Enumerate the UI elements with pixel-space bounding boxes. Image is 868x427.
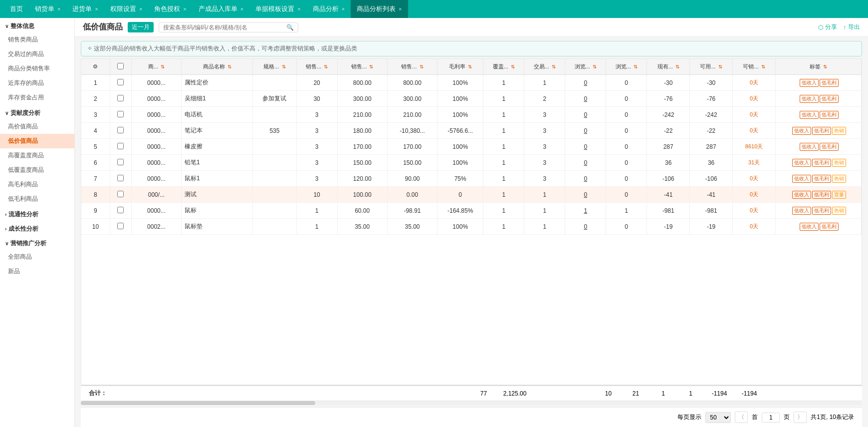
row-browse1[interactable]: 0 [565,187,606,203]
nav-product-analysis[interactable]: 商品分析 × [307,0,351,18]
row-check[interactable] [110,171,131,187]
row-browse1[interactable]: 0 [565,219,606,235]
page-number-input[interactable] [762,413,780,423]
row-browse1[interactable]: 0 [565,91,606,107]
close-icon[interactable]: × [297,6,300,12]
browse-link[interactable]: 1 [584,207,587,214]
table-row[interactable]: 6 0000... 铅笔1 3 150.00 150.00 100% 1 3 0… [81,155,862,171]
row-browse1[interactable]: 1 [565,203,606,219]
sidebar-section-circulation[interactable]: ›流通性分析 [0,206,74,221]
row-browse1[interactable]: 0 [565,75,606,91]
col-header-tags[interactable]: 标签 ⇅ [776,59,862,75]
sidebar-item-high-coverage[interactable]: 高覆盖度商品 [0,148,74,163]
close-icon[interactable]: × [183,6,186,12]
close-icon[interactable]: × [342,6,345,12]
nav-sales[interactable]: 销货单 × [29,0,66,18]
col-header-stock[interactable]: 现有... ⇅ [647,59,690,75]
next-page-btn[interactable]: 〉 [794,412,807,423]
row-check[interactable] [110,123,131,139]
browse-link[interactable]: 0 [584,223,587,230]
horizontal-scrollbar-track[interactable] [81,401,862,405]
row-check[interactable] [110,91,131,107]
row-check[interactable] [110,219,131,235]
sidebar-item-low-coverage[interactable]: 低覆盖度商品 [0,163,74,177]
table-row[interactable]: 2 0000... 吴细细1 参加复试 30 300.00 300.00 100… [81,91,862,107]
browse-link[interactable]: 0 [584,143,587,150]
row-browse1[interactable]: 0 [565,155,606,171]
sidebar-item-near-stock[interactable]: 近库存的商品 [0,76,74,90]
col-header-sale-qty[interactable]: 销售... ⇅ [296,59,337,75]
browse-link[interactable]: 0 [584,191,587,198]
row-check[interactable] [110,75,131,91]
row-check[interactable] [110,203,131,219]
sidebar-item-sales-products[interactable]: 销售类商品 [0,32,74,47]
browse-link[interactable]: 0 [584,111,587,118]
col-header-available[interactable]: 可用... ⇅ [690,59,733,75]
row-checkbox[interactable] [117,127,124,133]
sidebar-item-stock-capital[interactable]: 库存资金占用 [0,90,74,105]
table-row[interactable]: 3 0000... 电话机 3 210.00 210.00 100% 1 3 0… [81,107,862,123]
col-header-trade[interactable]: 交易... ⇅ [524,59,565,75]
col-header-check[interactable] [110,59,131,75]
nav-purchase[interactable]: 进货单 × [66,0,104,18]
row-checkbox[interactable] [117,143,124,149]
table-row[interactable]: 1 0000... 属性定价 20 800.00 800.00 100% 1 1… [81,75,862,91]
browse-link[interactable]: 0 [584,159,587,166]
horizontal-scrollbar-thumb[interactable] [81,401,315,405]
table-row[interactable]: 8 000/... 测试 10 100.00 0.00 0 1 1 0 0 -4… [81,187,862,203]
row-checkbox[interactable] [117,175,124,181]
close-icon[interactable]: × [399,6,402,12]
sidebar-item-traded[interactable]: 交易过的商品 [0,47,74,61]
nav-permissions[interactable]: 权限设置 × [104,0,148,18]
sidebar-item-high-value[interactable]: 高价值商品 [0,119,74,134]
row-browse1[interactable]: 0 [565,171,606,187]
col-header-settings[interactable]: ⚙ [81,59,110,75]
close-icon[interactable]: × [139,6,142,12]
row-browse1[interactable]: 0 [565,123,606,139]
col-header-coverage[interactable]: 覆盖... ⇅ [483,59,524,75]
row-browse1[interactable]: 0 [565,139,606,155]
sidebar-item-all-products[interactable]: 全部商品 [0,250,74,264]
browse-link[interactable]: 0 [584,95,587,102]
col-header-code[interactable]: 商... ⇅ [131,59,181,75]
col-header-sale-amt[interactable]: 销售... ⇅ [337,59,387,75]
row-checkbox[interactable] [117,111,124,117]
table-row[interactable]: 9 0000... 鼠标 1 60.00 -98.91 -164.85% 1 1… [81,203,862,219]
sidebar-item-high-margin[interactable]: 高毛利商品 [0,177,74,192]
time-filter-btn[interactable]: 近一月 [128,22,154,32]
browse-link[interactable]: 0 [584,79,587,86]
sidebar-item-low-value[interactable]: 低价值商品 [0,134,74,148]
col-header-browse2[interactable]: 浏览... ⇅ [606,59,647,75]
close-icon[interactable]: × [57,6,60,12]
table-row[interactable]: 7 0000... 鼠标1 3 120.00 90.00 75% 1 3 0 0… [81,171,862,187]
row-checkbox[interactable] [117,159,124,165]
col-header-sell-days[interactable]: 可销... ⇅ [733,59,776,75]
col-header-name[interactable]: 商品名称 ⇅ [182,59,253,75]
data-table-container[interactable]: ⚙ 商... ⇅ 商品名称 ⇅ 规格... ⇅ 销售... ⇅ 销售... ⇅ … [81,58,862,385]
col-header-sale2[interactable]: 销售... ⇅ [387,59,437,75]
sidebar-section-marketing[interactable]: ∨营销推广分析 [0,235,74,250]
row-checkbox[interactable] [117,95,124,101]
row-checkbox[interactable] [117,223,124,229]
row-browse1[interactable]: 0 [565,107,606,123]
close-icon[interactable]: × [240,6,243,12]
row-check[interactable] [110,187,131,203]
export-btn[interactable]: ↑ 导出 [843,23,860,31]
row-checkbox[interactable] [117,207,124,213]
sidebar-item-category-sales[interactable]: 商品分类销售率 [0,61,74,76]
select-all-checkbox[interactable] [117,63,124,69]
close-icon[interactable]: × [95,6,98,12]
row-checkbox[interactable] [117,191,124,197]
first-page-btn[interactable]: 〈 [735,412,748,423]
col-header-spec[interactable]: 规格... ⇅ [253,59,296,75]
sidebar-item-new-products[interactable]: 新品 [0,264,74,279]
row-check[interactable] [110,107,131,123]
table-row[interactable]: 4 0000... 笔记本 535 3 180.00 -10,380... -5… [81,123,862,139]
table-row[interactable]: 10 0002... 鼠标垫 1 35.00 35.00 100% 1 1 0 … [81,219,862,235]
browse-link[interactable]: 0 [584,127,587,134]
table-row[interactable]: 5 0000... 橡皮擦 3 170.00 170.00 100% 1 3 0… [81,139,862,155]
row-check[interactable] [110,139,131,155]
search-input[interactable] [163,24,284,31]
col-header-browse1[interactable]: 浏览... ⇅ [565,59,606,75]
search-icon[interactable]: 🔍 [286,24,294,31]
